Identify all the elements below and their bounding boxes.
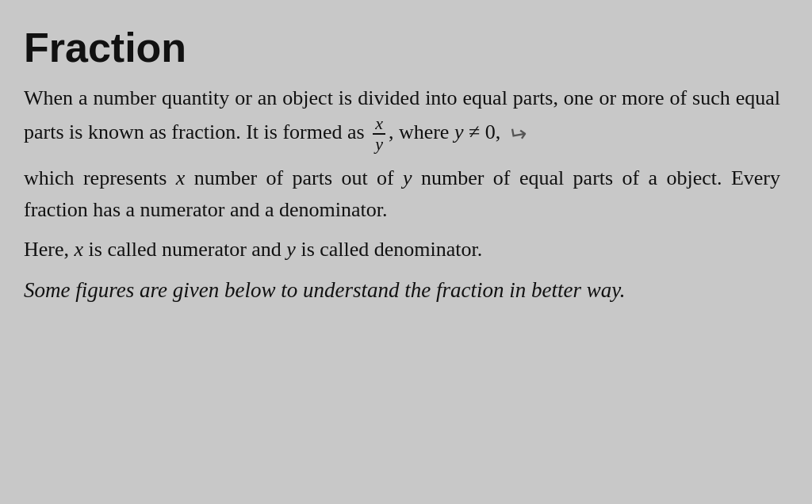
fraction-x-over-y: x y	[373, 114, 385, 154]
paragraph-3-text: Here, x is called numerator and y is cal…	[24, 238, 482, 261]
fraction-denominator: y	[373, 135, 385, 154]
paragraph-4-text: Some figures are given below to understa…	[24, 278, 625, 302]
paragraph-3: Here, x is called numerator and y is cal…	[24, 234, 780, 265]
paragraph-1-text-after-fraction: , where y ≠ 0,	[389, 120, 500, 143]
fraction-numerator: x	[373, 114, 385, 135]
curved-arrow-icon: ↵	[506, 116, 530, 153]
paragraph-2-text: which represents x number of parts out o…	[24, 166, 780, 221]
paragraph-1: When a number quantity or an object is d…	[24, 82, 780, 155]
paragraph-2: which represents x number of parts out o…	[24, 162, 780, 227]
page-title: Fraction	[24, 24, 780, 71]
page: Fraction When a number quantity or an ob…	[0, 0, 812, 504]
paragraph-4: Some figures are given below to understa…	[24, 274, 780, 307]
